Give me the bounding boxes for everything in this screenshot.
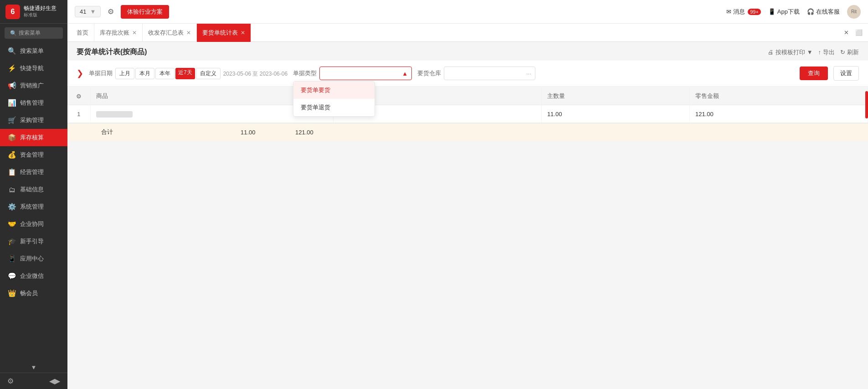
tab-order-stats[interactable]: 要货单统计表✕ xyxy=(197,24,251,42)
app-download-btn[interactable]: 📱 App下载 xyxy=(768,8,800,16)
trial-btn[interactable]: 体验行业方案 xyxy=(121,5,169,19)
messages-label: 消息 xyxy=(733,8,745,16)
footer-label: 合计 xyxy=(77,128,177,136)
tabbar: 首页库存批次账✕收发存汇总表✕要货单统计表✕ ✕ ⬜ xyxy=(67,24,868,42)
page-title: 要货单统计表(按商品) xyxy=(77,47,147,57)
print-label: 按模板打印 xyxy=(776,48,805,56)
footer-total-label: 合计 xyxy=(101,128,113,135)
filter-toggle-btn[interactable]: ❯ xyxy=(77,68,83,78)
warehouse-more-icon[interactable]: ··· xyxy=(526,70,531,77)
topbar: 41 ▼ ⚙ 体验行业方案 ✉ 消息 99+ 📱 App下载 🎧 在线客服 Ri… xyxy=(67,0,868,24)
sidebar-item-enterprise[interactable]: 🤝企业协同 xyxy=(0,215,67,233)
collapse-icon[interactable]: ◀▶ xyxy=(49,377,60,385)
cell-amount-0: 121.00 xyxy=(689,105,868,123)
sidebar-item-wechat[interactable]: 💬企业微信 xyxy=(0,267,67,285)
scroll-indicator xyxy=(865,91,868,118)
col-settings-header[interactable]: ⚙ xyxy=(67,87,90,105)
refresh-btn[interactable]: ↻ 刷新 xyxy=(840,48,859,56)
cell-no-0: 1 xyxy=(67,105,90,123)
settings-icon[interactable]: ⚙ xyxy=(7,377,14,385)
date-filter-label: 单据日期 xyxy=(89,69,113,77)
tab-label-summary: 收发存汇总表 xyxy=(148,29,184,37)
sidebar-item-finance[interactable]: 💰资金管理 xyxy=(0,146,67,164)
store-selector[interactable]: 41 ▼ xyxy=(75,6,101,17)
doctype-filter-group: 单据类型 ▲ 要货单要货 要货单退货 xyxy=(293,67,412,80)
nav-icon-wechat: 💬 xyxy=(7,272,16,280)
sidebar-item-inventory[interactable]: 📦库存核算 xyxy=(0,129,67,146)
export-btn[interactable]: ↑ 导出 xyxy=(818,48,835,56)
sidebar-item-operations[interactable]: 📋经营管理 xyxy=(0,164,67,181)
tab-label-home: 首页 xyxy=(77,29,88,37)
nav-icon-operations: 📋 xyxy=(7,168,16,176)
refresh-icon: ↻ xyxy=(840,49,845,56)
nav-icon-inventory: 📦 xyxy=(7,133,16,142)
online-service-btn[interactable]: 🎧 在线客服 xyxy=(807,8,840,16)
custom-btn[interactable]: 自定义 xyxy=(196,68,221,79)
search-icon: 🔍 xyxy=(10,30,17,36)
tab-close-order-stats[interactable]: ✕ xyxy=(241,30,245,36)
tab-close-summary[interactable]: ✕ xyxy=(186,30,191,36)
dropdown-item-0[interactable]: 要货单要货 xyxy=(293,82,375,99)
messages-btn[interactable]: ✉ 消息 99+ xyxy=(726,8,761,16)
sidebar-item-basics[interactable]: 🗂基础信息 xyxy=(0,181,67,198)
tab-expand-btn[interactable]: ⬜ xyxy=(853,27,864,38)
nav-label-membership: 畅会员 xyxy=(20,289,38,297)
doctype-input-wrap: ▲ xyxy=(319,67,412,80)
filter-settings-btn[interactable]: 设置 xyxy=(833,66,859,81)
dropdown-item-1[interactable]: 要货单退货 xyxy=(293,99,375,116)
nav-label-wechat: 企业微信 xyxy=(20,272,44,280)
sidebar-scroll-down[interactable]: ▼ xyxy=(0,362,67,373)
sidebar-item-marketing[interactable]: 📢营销推广 xyxy=(0,77,67,94)
last-month-btn[interactable]: 上月 xyxy=(115,68,134,79)
nav-icon-system: ⚙️ xyxy=(7,203,16,211)
topbar-settings-btn[interactable]: ⚙ xyxy=(104,5,117,18)
nav-icon-appcenter: 📱 xyxy=(7,255,16,263)
tab-close-all-btn[interactable]: ✕ xyxy=(841,27,852,38)
nav-label-appcenter: 应用中心 xyxy=(20,255,44,263)
warehouse-input-wrap: ··· xyxy=(444,67,535,80)
sidebar-item-quicknav[interactable]: ⚡快捷导航 xyxy=(0,60,67,77)
doctype-input[interactable] xyxy=(324,70,400,77)
headset-icon: 🎧 xyxy=(807,8,814,15)
sidebar-item-sales[interactable]: 📊销售管理 xyxy=(0,94,67,112)
doctype-arrow-icon[interactable]: ▲ xyxy=(402,70,408,77)
sidebar-item-purchase[interactable]: 🛒采购管理 xyxy=(0,112,67,129)
sidebar: 6 畅捷通好生意 标准版 🔍 搜索菜单 🔍搜索菜单⚡快捷导航📢营销推广📊销售管理… xyxy=(0,0,67,389)
tab-batch[interactable]: 库存批次账✕ xyxy=(94,24,143,42)
print-arrow-icon: ▼ xyxy=(807,49,813,56)
nav-icon-basics: 🗂 xyxy=(7,186,16,194)
sidebar-item-search[interactable]: 🔍搜索菜单 xyxy=(0,42,67,60)
print-btn[interactable]: 🖨 按模板打印 ▼ xyxy=(768,48,813,56)
date-buttons: 上月 本月 本年 近7天 自定义 xyxy=(115,68,221,79)
nav-label-finance: 资金管理 xyxy=(20,151,44,159)
nav-label-guide: 新手引导 xyxy=(20,237,44,246)
nav-icon-search: 🔍 xyxy=(7,47,16,55)
nav-label-search: 搜索菜单 xyxy=(20,47,44,55)
nav-label-operations: 经营管理 xyxy=(20,168,44,176)
tab-summary[interactable]: 收发存汇总表✕ xyxy=(143,24,197,42)
sidebar-item-system[interactable]: ⚙️系统管理 xyxy=(0,198,67,215)
tab-actions: ✕ ⬜ xyxy=(841,27,864,38)
current-year-btn[interactable]: 本年 xyxy=(155,68,175,79)
query-btn[interactable]: 查询 xyxy=(800,67,828,80)
footer-quantity-value: 11.00 xyxy=(241,129,256,136)
sidebar-item-guide[interactable]: 🎓新手引导 xyxy=(0,233,67,250)
date-range-display: 2023-05-06 至 2023-06-06 xyxy=(223,70,288,78)
selector-arrow-icon: ▼ xyxy=(90,8,96,15)
user-avatar[interactable]: Rit xyxy=(847,5,861,19)
tab-close-batch[interactable]: ✕ xyxy=(132,30,137,36)
export-icon: ↑ xyxy=(818,49,822,56)
nav-icon-purchase: 🛒 xyxy=(7,116,16,124)
sidebar-search[interactable]: 🔍 搜索菜单 xyxy=(5,27,63,39)
current-month-btn[interactable]: 本月 xyxy=(135,68,154,79)
7days-badge-btn[interactable]: 近7天 xyxy=(175,68,195,79)
online-service-label: 在线客服 xyxy=(816,8,840,16)
warehouse-filter-group: 要货仓库 ··· xyxy=(417,67,535,80)
topbar-left: 41 ▼ ⚙ 体验行业方案 xyxy=(75,5,169,19)
warehouse-input[interactable] xyxy=(448,70,524,77)
col-amount-header: 零售金额 xyxy=(689,87,868,105)
sidebar-item-appcenter[interactable]: 📱应用中心 xyxy=(0,250,67,267)
nav-label-sales: 销售管理 xyxy=(20,99,44,107)
sidebar-item-membership[interactable]: 👑畅会员 xyxy=(0,285,67,302)
tab-home[interactable]: 首页 xyxy=(71,24,94,42)
